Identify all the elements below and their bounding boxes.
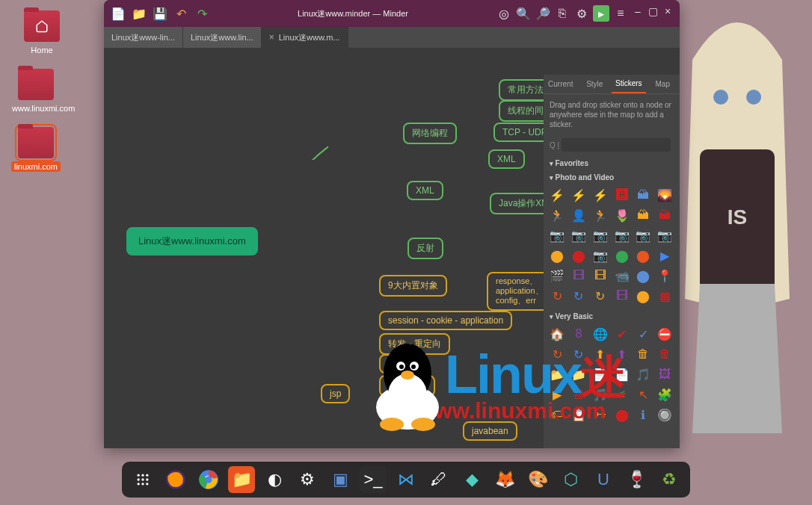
sticker-item[interactable]: 📁 — [570, 365, 588, 383]
sticker-item[interactable]: 🌷 — [613, 206, 631, 224]
app-icon[interactable]: ⬡ — [557, 466, 584, 493]
sidebar-toggle-button[interactable]: ▸ — [593, 5, 609, 22]
sticker-item[interactable]: 🗑 — [656, 345, 674, 363]
krita-icon[interactable]: 🎨 — [524, 466, 551, 493]
sticker-item[interactable]: ⚡ — [548, 186, 566, 204]
sticker-item[interactable]: 🎵 — [634, 365, 652, 383]
sticker-item[interactable]: ⬤ — [570, 247, 588, 264]
sp-tab-current[interactable]: Current — [544, 75, 578, 93]
sticker-item[interactable]: ⬆ — [613, 345, 631, 363]
gimp-icon[interactable]: 🦊 — [491, 466, 518, 493]
desktop-icon-folder2[interactable]: linuxmi.com — [9, 127, 63, 172]
sticker-item[interactable]: 🖼 — [656, 365, 674, 383]
undo-button[interactable]: ↶ — [173, 5, 189, 22]
section-basic[interactable]: Very Basic — [544, 308, 680, 322]
desktop-icon-home[interactable]: Home — [15, 10, 69, 55]
mindmap-canvas[interactable]: Linux迷www.linuxmi.com 常用方法线程的同步网络编程TCP -… — [104, 48, 680, 448]
sticker-item[interactable]: ↻ — [570, 287, 588, 305]
sticker-item[interactable]: 📹 — [613, 267, 631, 285]
sticker-item[interactable]: 🗝 — [591, 406, 609, 424]
sticker-item[interactable]: 🏠 — [548, 325, 566, 343]
sticker-item[interactable]: 8 — [570, 325, 588, 343]
redo-button[interactable]: ↷ — [194, 5, 210, 22]
sticker-item[interactable]: 📷 — [634, 226, 652, 244]
sticker-item[interactable]: 📄 — [613, 365, 631, 383]
sticker-item[interactable]: ▶ — [548, 385, 566, 403]
sticker-item[interactable]: 🎬 — [548, 267, 566, 285]
chrome-icon[interactable] — [195, 466, 222, 493]
sticker-item[interactable]: ⬤ — [634, 267, 652, 285]
sticker-item[interactable]: < — [613, 385, 631, 403]
save-button[interactable]: 💾 — [152, 5, 168, 22]
sticker-item[interactable]: 🅰 — [613, 186, 631, 204]
sticker-item[interactable]: 📷 — [548, 226, 566, 244]
sticker-item[interactable]: 📄 — [591, 365, 609, 383]
sticker-item[interactable]: 🧩 — [656, 385, 674, 403]
sp-tab-style[interactable]: Style — [578, 75, 612, 93]
sticker-item[interactable]: ⚡ — [591, 186, 609, 204]
mindmap-node[interactable]: 转发 - 重定向 — [379, 333, 450, 355]
files-icon[interactable]: 📁 — [228, 466, 255, 493]
section-photo[interactable]: Photo and Video — [544, 169, 680, 183]
mindmap-node[interactable]: jsp — [321, 384, 350, 403]
sticker-item[interactable]: ↻ — [548, 287, 566, 305]
sticker-item[interactable]: ↻ — [591, 287, 609, 305]
sticker-item[interactable]: 📷 — [591, 226, 609, 244]
section-favorites[interactable]: Favorites — [544, 155, 680, 169]
new-file-button[interactable]: 📄 — [110, 5, 126, 22]
sticker-item[interactable]: 📋 — [570, 406, 588, 424]
settings-button[interactable]: ⚙ — [573, 5, 590, 22]
tweaks-icon[interactable]: ◐ — [261, 466, 288, 493]
minimize-button[interactable]: – — [632, 5, 644, 17]
mindmap-node[interactable]: session - cookie - application — [379, 311, 512, 330]
sticker-item[interactable]: ↻ — [548, 345, 566, 363]
mindmap-node[interactable]: 网络编程 — [403, 123, 457, 144]
mindmap-node[interactable]: 反射 — [407, 238, 443, 259]
sticker-item[interactable]: 📁 — [548, 365, 566, 383]
search-button[interactable]: 🔎 — [535, 5, 551, 22]
close-button[interactable]: × — [662, 5, 674, 17]
sticker-item[interactable]: ⛔ — [656, 325, 674, 343]
zoom-button[interactable]: 🔍 — [515, 5, 532, 22]
sticker-item[interactable]: 🏔 — [656, 206, 674, 224]
sticker-item[interactable]: ▶ — [656, 247, 674, 264]
sticker-item[interactable]: 🌐 — [591, 325, 609, 343]
sticker-item[interactable]: ⬤ — [613, 247, 631, 264]
sticker-item[interactable]: 🎞 — [591, 267, 609, 285]
mindmap-node[interactable]: jstl — [379, 396, 408, 415]
sticker-item[interactable]: 📷 — [591, 247, 609, 264]
focus-button[interactable]: ◎ — [496, 5, 512, 22]
sticker-item[interactable]: 🎞 — [613, 287, 631, 305]
app-icon-2[interactable]: U — [590, 466, 617, 493]
sticker-item[interactable]: 📷 — [656, 226, 674, 244]
close-icon[interactable]: × — [269, 32, 274, 43]
sticker-item[interactable]: 🏃 — [548, 206, 566, 224]
sticker-item[interactable]: 🏔 — [634, 186, 652, 204]
sticker-item[interactable]: ↻ — [570, 345, 588, 363]
tab-2[interactable]: ×Linux迷www.m... — [262, 27, 348, 48]
sticker-search-input[interactable] — [562, 138, 671, 152]
sticker-item[interactable]: 🏃 — [591, 206, 609, 224]
desktop-icon-folder1[interactable]: www.linuxmi.com — [9, 69, 63, 114]
screenshot-icon[interactable]: ▣ — [327, 466, 354, 493]
maximize-button[interactable]: ▢ — [647, 5, 659, 17]
geany-icon[interactable]: 🖊 — [425, 466, 452, 493]
mindmap-node[interactable]: JDBC — [379, 354, 420, 374]
mindmap-node[interactable]: EL表达式 — [379, 375, 435, 397]
open-file-button[interactable]: 📁 — [131, 5, 147, 22]
sticker-item[interactable]: ↖ — [634, 385, 652, 403]
minder-icon[interactable]: ◆ — [458, 466, 485, 493]
terminal-icon[interactable]: >_ — [360, 466, 387, 493]
sticker-item[interactable]: ⬤ — [634, 247, 652, 264]
settings-icon[interactable]: ⚙ — [294, 466, 321, 493]
sticker-item[interactable]: 🎵 — [591, 385, 609, 403]
sticker-item[interactable]: ✓ — [634, 325, 652, 343]
sp-tab-stickers[interactable]: Stickers — [612, 75, 646, 93]
sticker-item[interactable]: 🔘 — [656, 406, 674, 424]
export-button[interactable]: ⎘ — [554, 5, 570, 22]
sticker-item[interactable]: ℹ — [634, 406, 652, 424]
wine-icon[interactable]: 🍷 — [623, 466, 650, 493]
root-node[interactable]: Linux迷www.linuxmi.com — [126, 227, 258, 255]
sticker-item[interactable]: 📷 — [613, 226, 631, 244]
sticker-item[interactable]: 🏷 — [548, 406, 566, 424]
